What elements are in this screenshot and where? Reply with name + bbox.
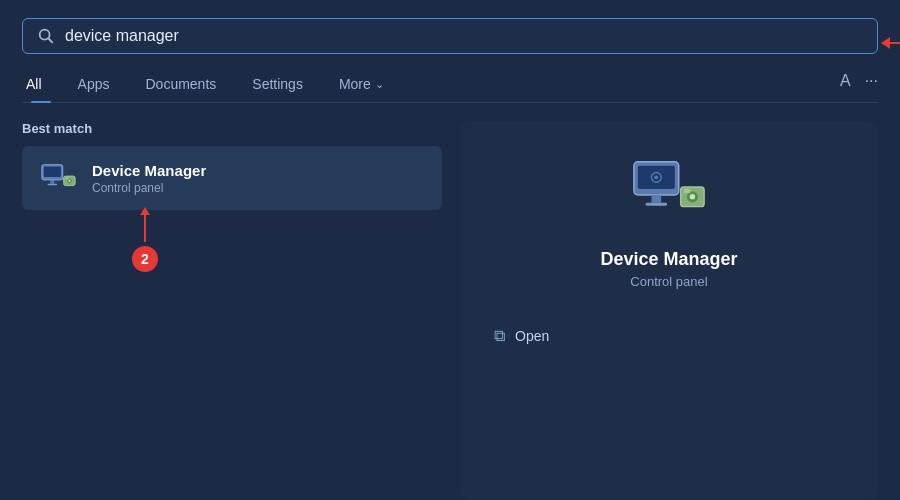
search-wrap: device manager 1	[22, 18, 878, 68]
result-subtitle: Control panel	[92, 181, 206, 195]
svg-rect-17	[684, 189, 691, 193]
detail-actions: ⧉ Open	[480, 317, 858, 355]
device-manager-large-icon	[629, 151, 709, 231]
svg-rect-4	[50, 180, 54, 184]
svg-point-8	[68, 180, 70, 182]
tabs-right-actions: A ···	[840, 72, 878, 98]
more-options-button[interactable]: ···	[865, 72, 878, 90]
open-action-button[interactable]: ⧉ Open	[480, 317, 858, 355]
font-size-button[interactable]: A	[840, 72, 851, 90]
annotation-2-arrow-line	[144, 208, 146, 242]
device-manager-small-icon	[38, 158, 78, 198]
tab-more[interactable]: More ⌄	[321, 68, 402, 102]
tabs-bar: All Apps Documents Settings More ⌄ A ···	[22, 68, 878, 103]
chevron-down-icon: ⌄	[375, 78, 384, 91]
device-manager-result[interactable]: Device Manager Control panel 2	[22, 146, 442, 210]
result-title: Device Manager	[92, 162, 206, 179]
right-panel: Device Manager Control panel ⧉ Open	[460, 121, 878, 500]
svg-rect-13	[646, 203, 667, 206]
result-text-group: Device Manager Control panel	[92, 162, 206, 195]
annotation-1-group: 1	[882, 30, 900, 56]
svg-rect-12	[651, 195, 661, 203]
detail-subtitle: Control panel	[630, 274, 707, 289]
search-icon	[37, 27, 55, 45]
svg-point-16	[690, 194, 695, 199]
svg-rect-3	[44, 167, 61, 177]
svg-point-19	[654, 175, 658, 179]
best-match-label: Best match	[22, 121, 442, 136]
svg-line-1	[48, 38, 52, 42]
annotation-2-badge: 2	[132, 246, 158, 272]
svg-rect-9	[66, 178, 69, 180]
annotation-1-arrow	[882, 42, 900, 44]
svg-rect-5	[48, 184, 58, 185]
main-container: device manager 1 All Apps Documents Sett…	[0, 0, 900, 500]
annotation-2-arrowhead	[140, 207, 150, 215]
annotation-2-group: 2	[132, 208, 158, 272]
tab-apps[interactable]: Apps	[60, 68, 128, 102]
tab-documents[interactable]: Documents	[127, 68, 234, 102]
annotation-1-arrowhead	[881, 37, 890, 49]
main-content: Best match	[22, 121, 878, 500]
detail-title: Device Manager	[600, 249, 737, 270]
tab-settings[interactable]: Settings	[234, 68, 321, 102]
search-input[interactable]: device manager	[65, 27, 863, 45]
open-label: Open	[515, 328, 549, 344]
open-icon: ⧉	[494, 327, 505, 345]
left-panel: Best match	[22, 121, 442, 500]
tab-all[interactable]: All	[22, 68, 60, 102]
search-bar[interactable]: device manager	[22, 18, 878, 54]
